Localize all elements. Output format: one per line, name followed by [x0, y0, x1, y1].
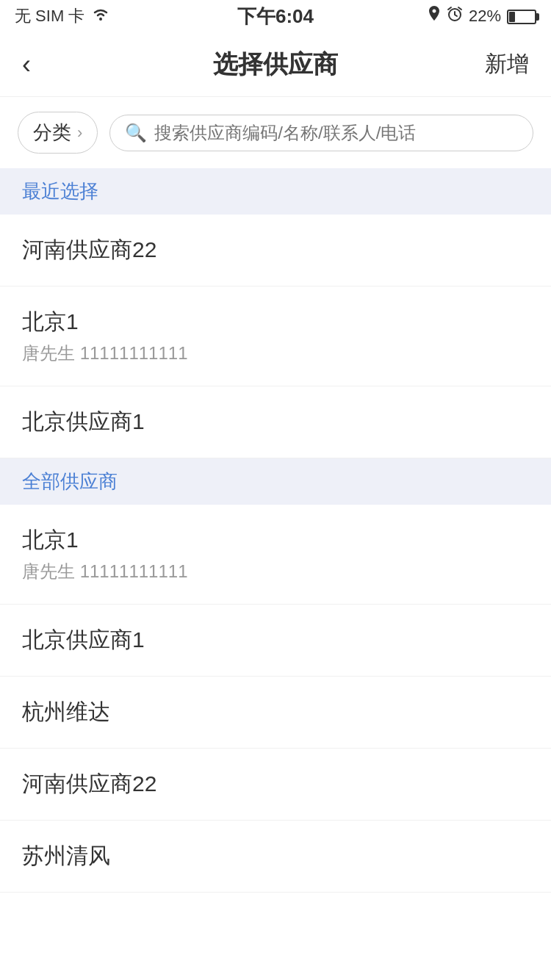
- all-section-header: 全部供应商: [0, 458, 551, 505]
- category-button[interactable]: 分类 ›: [18, 112, 98, 154]
- svg-point-0: [99, 18, 102, 21]
- status-right: 22%: [428, 6, 536, 26]
- status-time: 下午6:04: [237, 4, 314, 29]
- recent-section-header: 最近选择: [0, 168, 551, 215]
- search-box[interactable]: 🔍: [109, 115, 533, 151]
- list-item[interactable]: 杭州维达: [0, 677, 551, 749]
- recent-list: 河南供应商22 北京1 唐先生 11111111111 北京供应商1: [0, 215, 551, 458]
- add-button[interactable]: 新增: [485, 49, 529, 79]
- carrier-text: 无 SIM 卡: [15, 5, 84, 27]
- alarm-icon: [447, 6, 463, 26]
- page-title: 选择供应商: [213, 48, 338, 82]
- list-item[interactable]: 北京1 唐先生 11111111111: [0, 287, 551, 386]
- status-left: 无 SIM 卡: [15, 5, 111, 27]
- search-input[interactable]: [154, 123, 518, 143]
- nav-bar: ‹ 选择供应商 新增: [0, 32, 551, 97]
- all-list: 北京1 唐先生 11111111111 北京供应商1 杭州维达 河南供应商22 …: [0, 505, 551, 893]
- status-bar: 无 SIM 卡 下午6:04 22%: [0, 0, 551, 32]
- filter-bar: 分类 › 🔍: [0, 97, 551, 168]
- list-item[interactable]: 河南供应商22: [0, 215, 551, 287]
- location-icon: [428, 6, 441, 26]
- back-button[interactable]: ‹: [22, 49, 66, 80]
- search-icon: 🔍: [125, 123, 147, 143]
- battery-icon: [507, 7, 536, 26]
- list-item[interactable]: 北京1 唐先生 11111111111: [0, 505, 551, 605]
- list-item[interactable]: 苏州清风: [0, 821, 551, 893]
- category-label: 分类: [33, 120, 71, 145]
- wifi-icon: [90, 7, 111, 26]
- chevron-right-icon: ›: [77, 123, 82, 143]
- list-item[interactable]: 北京供应商1: [0, 386, 551, 458]
- list-item[interactable]: 北京供应商1: [0, 605, 551, 677]
- list-item[interactable]: 河南供应商22: [0, 749, 551, 821]
- battery-text: 22%: [469, 7, 501, 26]
